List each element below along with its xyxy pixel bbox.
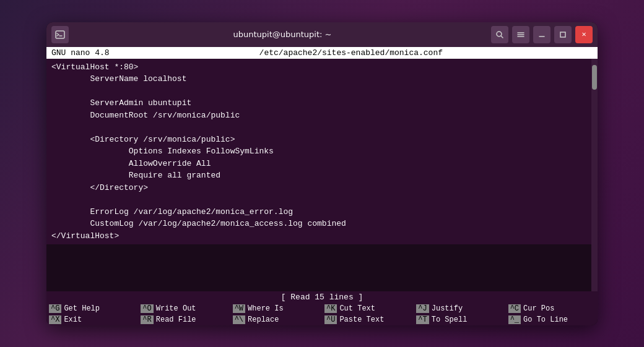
window-controls: ✕ xyxy=(491,26,593,43)
svg-rect-8 xyxy=(560,32,565,37)
editor-area[interactable]: <VirtualHost *:80> ServerName localhost … xyxy=(46,59,591,291)
shortcut-key-write-out: ^O xyxy=(141,304,153,313)
shortcut-label-replace: Replace xyxy=(248,315,279,324)
shortcut-cur-pos[interactable]: ^C Cur Pos xyxy=(506,303,598,314)
shortcut-go-to-line[interactable]: ^_ Go To Line xyxy=(506,314,598,325)
shortcut-key-go-to-line: ^_ xyxy=(508,315,521,324)
shortcut-label-write-out: Write Out xyxy=(156,304,196,313)
shortcut-label-read-file: Read File xyxy=(156,315,196,324)
shortcut-label-get-help: Get Help xyxy=(64,304,100,313)
shortcut-key-paste-text: ^U xyxy=(324,315,337,324)
shortcut-key-read-file: ^R xyxy=(141,315,153,324)
shortcut-key-where-is: ^W xyxy=(233,304,245,313)
shortcut-paste-text[interactable]: ^U Paste Text xyxy=(322,314,414,325)
shortcut-key-justify: ^J xyxy=(416,304,429,313)
shortcut-label-cut-text: Cut Text xyxy=(339,304,375,313)
svg-line-3 xyxy=(502,36,503,38)
shortcut-key-exit: ^X xyxy=(49,315,61,324)
shortcut-get-help[interactable]: ^G Get Help xyxy=(46,303,138,314)
terminal-window: ubuntupit@ubuntupit: ~ xyxy=(46,22,598,325)
status-message: [ Read 15 lines ] xyxy=(277,292,367,302)
shortcut-to-spell[interactable]: ^T To Spell xyxy=(414,314,505,325)
shortcut-label-go-to-line: Go To Line xyxy=(523,315,568,324)
shortcut-replace[interactable]: ^\ Replace xyxy=(230,314,322,325)
nano-body: <VirtualHost *:80> ServerName localhost … xyxy=(46,59,598,291)
svg-point-2 xyxy=(497,32,502,36)
maximize-button[interactable] xyxy=(554,26,572,43)
shortcut-label-to-spell: To Spell xyxy=(432,315,468,324)
shortcut-key-get-help: ^G xyxy=(49,304,61,313)
terminal-icon xyxy=(51,26,69,43)
search-button[interactable] xyxy=(491,26,508,43)
nano-version: GNU nano 4.8 xyxy=(51,48,110,58)
shortcut-exit[interactable]: ^X Exit xyxy=(46,314,138,325)
minimize-button[interactable] xyxy=(533,26,550,43)
nano-filename: /etc/apache2/sites-enabled/monica.conf xyxy=(259,48,443,58)
shortcut-key-to-spell: ^T xyxy=(416,315,429,324)
svg-rect-0 xyxy=(56,31,64,38)
editor-content[interactable]: <VirtualHost *:80> ServerName localhost … xyxy=(46,59,591,245)
scrollbar-thumb[interactable] xyxy=(592,65,597,90)
titlebar: ubuntupit@ubuntupit: ~ xyxy=(46,22,598,47)
shortcut-read-file[interactable]: ^R Read File xyxy=(138,314,230,325)
shortcut-justify[interactable]: ^J Justify xyxy=(414,303,505,314)
menu-button[interactable] xyxy=(512,26,529,43)
close-button[interactable]: ✕ xyxy=(575,26,593,43)
shortcut-write-out[interactable]: ^O Write Out xyxy=(138,303,230,314)
shortcut-where-is[interactable]: ^W Where Is xyxy=(230,303,322,314)
nano-header: GNU nano 4.8 /etc/apache2/sites-enabled/… xyxy=(46,47,598,59)
shortcut-label-justify: Justify xyxy=(432,304,463,313)
shortcut-cut-text[interactable]: ^K Cut Text xyxy=(322,303,414,314)
shortcut-label-paste-text: Paste Text xyxy=(339,315,384,324)
window-title: ubuntupit@ubuntupit: ~ xyxy=(74,30,491,39)
shortcuts-bar: ^G Get Help ^O Write Out ^W Where Is ^K … xyxy=(46,303,598,325)
shortcut-key-replace: ^\ xyxy=(233,315,245,324)
shortcut-key-cur-pos: ^C xyxy=(508,304,521,313)
shortcut-key-cut-text: ^K xyxy=(324,304,337,313)
shortcut-label-cur-pos: Cur Pos xyxy=(523,304,554,313)
scrollbar[interactable] xyxy=(591,59,598,291)
shortcut-label-exit: Exit xyxy=(64,315,82,324)
shortcut-label-where-is: Where Is xyxy=(248,304,284,313)
status-bar: [ Read 15 lines ] xyxy=(46,291,598,303)
